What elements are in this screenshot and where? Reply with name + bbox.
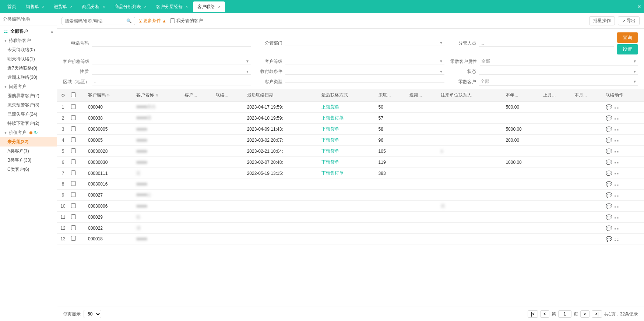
row-checkbox[interactable] — [71, 115, 76, 120]
grid-action-icon[interactable]: ⚏ — [614, 126, 619, 132]
chat-icon[interactable]: 💬 — [606, 159, 612, 165]
sidebar-item-c-class[interactable]: C类客户(6) — [0, 165, 57, 174]
contact-method-link[interactable]: 下销货单 — [321, 104, 339, 109]
prev-page-button[interactable]: < — [540, 310, 549, 318]
row-checkbox-cell[interactable] — [69, 135, 86, 146]
tab-home[interactable]: 首页 — [3, 1, 21, 12]
tab-product-analysis[interactable]: 商品分析 × — [78, 1, 109, 12]
grid-action-icon[interactable]: ⚏ — [614, 148, 619, 154]
contact-method-link[interactable]: 下销售订单 — [321, 170, 344, 176]
row-checkbox-cell[interactable] — [69, 102, 86, 113]
next-page-button[interactable]: > — [580, 310, 590, 318]
row-checkbox-cell[interactable] — [69, 190, 86, 201]
tab-product-analysis-list[interactable]: 商品分析列表 × — [110, 1, 151, 12]
window-close-button[interactable]: × — [637, 3, 641, 11]
chat-icon[interactable]: 💬 — [606, 192, 612, 198]
sidebar-collapse-icon[interactable]: « — [50, 29, 53, 34]
tab-purchase[interactable]: 进货单 × — [49, 1, 77, 12]
last-page-button[interactable]: >| — [592, 310, 602, 318]
per-page-select[interactable]: 50 — [84, 310, 101, 318]
status-select[interactable]: ▼ — [479, 69, 638, 75]
sidebar-search-box[interactable]: 🔍 — [0, 13, 57, 25]
more-conditions-btn[interactable]: ⊻ 更多条件 ▲ — [139, 18, 166, 24]
row-checkbox-cell[interactable] — [69, 234, 86, 244]
export-button[interactable]: ↗ 导出 — [618, 16, 640, 25]
tab-customer-segment-close[interactable]: × — [186, 4, 188, 9]
sort-icon-code[interactable]: ⇅ — [107, 93, 110, 97]
row-checkbox[interactable] — [71, 203, 76, 208]
tab-purchase-close[interactable]: × — [70, 4, 72, 9]
select-all-checkbox[interactable] — [71, 92, 76, 97]
tab-customer-contact-close[interactable]: × — [218, 4, 220, 9]
my-customers-checkbox[interactable] — [170, 18, 175, 23]
customer-type-select[interactable] — [285, 81, 444, 83]
sidebar-search-input[interactable] — [3, 17, 57, 22]
sidebar-item-declining[interactable]: 持续下滑客户(2) — [0, 119, 57, 128]
price-level-select[interactable]: ▼ — [92, 59, 251, 64]
grid-action-icon[interactable]: ⚏ — [614, 225, 619, 231]
row-checkbox-cell[interactable] — [69, 146, 86, 157]
grid-action-icon[interactable]: ⚏ — [614, 181, 619, 187]
row-checkbox[interactable] — [71, 236, 76, 241]
contact-method-link[interactable]: 下销货单 — [321, 126, 339, 131]
th-checkbox[interactable] — [69, 89, 86, 102]
main-search-icon[interactable]: 🔍 — [126, 18, 132, 24]
sidebar-item-b-class[interactable]: B类客户(33) — [0, 156, 57, 165]
phone-input[interactable] — [92, 40, 251, 47]
contact-method-link[interactable]: 下销货单 — [321, 159, 339, 165]
row-checkbox[interactable] — [71, 126, 76, 131]
sidebar-item-overdue-pending[interactable]: 逾期未联络(30) — [0, 73, 57, 82]
tab-customer-contact[interactable]: 客户联络 × — [193, 1, 225, 12]
row-checkbox-cell[interactable] — [69, 179, 86, 190]
my-customers-checkbox-label[interactable]: 我分管的客户 — [170, 18, 203, 24]
sidebar-item-week-pending[interactable]: 近7天待联络(0) — [0, 64, 57, 73]
row-checkbox[interactable] — [71, 214, 76, 219]
dept-select[interactable]: ▼ — [285, 40, 444, 46]
retail-attr-select[interactable]: 全部 ▼ — [480, 57, 638, 66]
sidebar-item-ungroup[interactable]: 未分组(32) — [0, 137, 57, 147]
refresh-icon[interactable]: ↻ — [34, 130, 38, 135]
row-checkbox[interactable] — [71, 192, 76, 197]
th-settings[interactable]: ⚙ — [57, 89, 69, 102]
customer-level-select[interactable]: ▼ — [285, 59, 444, 64]
chat-icon[interactable]: 💬 — [606, 170, 612, 176]
grid-action-icon[interactable]: ⚏ — [614, 192, 619, 198]
row-checkbox-cell[interactable] — [69, 113, 86, 124]
row-checkbox[interactable] — [71, 137, 76, 142]
payment-select[interactable]: ▼ — [285, 69, 444, 75]
sidebar-item-churn-warning[interactable]: 流失预警客户(3) — [0, 100, 57, 110]
region-select[interactable]: ... — [92, 78, 251, 85]
row-checkbox[interactable] — [71, 181, 76, 186]
row-checkbox[interactable] — [71, 225, 76, 230]
tab-product-analysis-close[interactable]: × — [103, 4, 105, 9]
sidebar-item-abnormal[interactable]: 囤购异常客户(2) — [0, 91, 57, 100]
gender-select[interactable]: ▼ — [92, 69, 251, 75]
chat-icon[interactable]: 💬 — [606, 225, 612, 231]
first-page-button[interactable]: |< — [528, 310, 538, 318]
main-search-input[interactable] — [65, 18, 124, 24]
chat-icon[interactable]: 💬 — [606, 115, 612, 121]
grid-action-icon[interactable]: ⚏ — [614, 104, 619, 110]
row-checkbox[interactable] — [71, 159, 76, 164]
tab-product-analysis-list-close[interactable]: × — [144, 4, 146, 9]
sidebar-item-today-pending[interactable]: 今天待联络(0) — [0, 45, 57, 54]
contact-method-link[interactable]: 下销货单 — [321, 148, 339, 154]
grid-action-icon[interactable]: ⚏ — [614, 236, 619, 242]
sort-icon-name[interactable]: ⇅ — [155, 93, 158, 97]
tab-sales-close[interactable]: × — [42, 4, 44, 9]
row-checkbox[interactable] — [71, 170, 76, 175]
chat-icon[interactable]: 💬 — [606, 203, 612, 209]
batch-ops-button[interactable]: 批量操作 — [589, 16, 615, 25]
reset-button[interactable]: 设置 — [617, 44, 638, 54]
row-checkbox-cell[interactable] — [69, 124, 86, 135]
grid-action-icon[interactable]: ⚏ — [614, 170, 619, 176]
row-checkbox-cell[interactable] — [69, 168, 86, 179]
tab-sales[interactable]: 销售单 × — [21, 1, 49, 12]
chat-icon[interactable]: 💬 — [606, 148, 612, 154]
row-checkbox-cell[interactable] — [69, 157, 86, 168]
contact-method-link[interactable]: 下销货单 — [321, 137, 339, 142]
search-box[interactable]: 🔍 — [61, 17, 135, 25]
chat-icon[interactable]: 💬 — [606, 104, 612, 110]
page-input[interactable] — [558, 310, 571, 318]
row-checkbox[interactable] — [71, 104, 76, 109]
